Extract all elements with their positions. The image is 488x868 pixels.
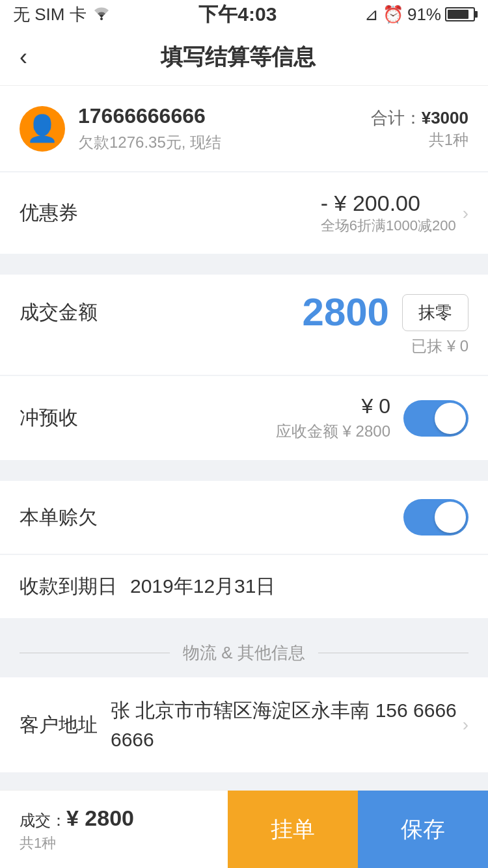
alarm-icon: ⏰: [383, 5, 403, 25]
prepay-label: 冲预收: [20, 405, 78, 431]
logistics-divider: 物流 & 其他信息: [0, 629, 488, 677]
customer-card: 👤 17666666666 欠款1276.35元, 现结 合计：¥3000 共1…: [0, 86, 488, 171]
credit-section: 本单赊欠: [0, 481, 488, 554]
round-btn[interactable]: 抹零: [402, 294, 468, 331]
status-right: ⊿ ⏰ 91%: [364, 5, 475, 25]
prepay-amount: ¥ 0: [276, 394, 390, 418]
section-divider-2: [0, 470, 488, 481]
prepay-toggle[interactable]: [403, 400, 468, 437]
bottom-deal-row: 成交：¥ 2800: [20, 806, 208, 831]
total-label: 合计：¥3000: [371, 107, 468, 129]
total-count: 共1种: [371, 129, 468, 150]
avatar-icon: 👤: [26, 113, 59, 144]
nav-bar: ‹ 填写结算等信息: [0, 29, 488, 86]
section-divider-1: [0, 264, 488, 275]
duedate-section: 收款到期日 2019年12月31日: [0, 555, 488, 618]
coupon-right: - ¥ 200.00 全场6折满1000减200 ›: [321, 191, 468, 236]
prepay-right: ¥ 0 应收金额 ¥ 2800: [276, 394, 468, 442]
customer-right: 合计：¥3000 共1种: [371, 107, 468, 150]
battery-icon: [445, 7, 475, 21]
prepay-sub: 应收金额 ¥ 2800: [276, 421, 390, 442]
credit-label: 本单赊欠: [20, 504, 98, 531]
no-sim-text: 无 SIM 卡: [13, 3, 87, 26]
hang-button[interactable]: 挂单: [228, 791, 358, 868]
bottom-bar: 成交：¥ 2800 共1种 挂单 保存: [0, 790, 488, 868]
svg-point-0: [100, 18, 103, 20]
customer-info: 17666666666 欠款1276.35元, 现结: [78, 104, 221, 153]
location-icon: ⊿: [364, 5, 379, 25]
nav-title: 填写结算等信息: [40, 42, 436, 72]
customer-left: 👤 17666666666 欠款1276.35元, 现结: [20, 104, 221, 153]
bottom-count: 共1种: [20, 834, 208, 853]
deal-amount-row: 成交金额 2800 抹零: [20, 293, 468, 332]
duedate-label: 收款到期日: [20, 573, 117, 600]
status-left: 无 SIM 卡: [13, 3, 111, 26]
credit-row: 本单赊欠: [20, 499, 468, 536]
toggle-knob: [435, 403, 466, 434]
deal-right: 2800 抹零: [303, 293, 468, 332]
deal-amount-value: 2800: [303, 293, 389, 332]
deal-sub-text: 已抹 ¥ 0: [20, 336, 468, 357]
bottom-deal-label: 成交：: [20, 811, 66, 829]
status-bar: 无 SIM 卡 下午4:03 ⊿ ⏰ 91%: [0, 0, 488, 29]
prepay-row: 冲预收 ¥ 0 应收金额 ¥ 2800: [20, 394, 468, 442]
deal-amount-label: 成交金额: [20, 299, 98, 326]
coupon-row[interactable]: 优惠券 - ¥ 200.00 全场6折满1000减200 ›: [0, 172, 488, 254]
battery-percent: 91%: [407, 5, 441, 25]
credit-toggle-knob: [435, 502, 466, 533]
prepay-section: 冲预收 ¥ 0 应收金额 ¥ 2800: [0, 376, 488, 460]
customer-debt: 欠款1276.35元, 现结: [78, 132, 221, 153]
duedate-value: 2019年12月31日: [130, 573, 275, 600]
address-label: 客户地址: [20, 712, 98, 739]
duedate-row: 收款到期日 2019年12月31日: [20, 573, 468, 600]
bottom-summary: 成交：¥ 2800 共1种: [0, 791, 228, 868]
credit-toggle[interactable]: [403, 499, 468, 536]
divider-line-left: [20, 653, 170, 653]
address-arrow-icon: ›: [463, 714, 468, 735]
coupon-discount: - ¥ 200.00: [321, 191, 456, 216]
status-time: 下午4:03: [198, 1, 277, 28]
coupon-label: 优惠券: [20, 200, 78, 226]
wifi-icon: [92, 5, 111, 25]
avatar: 👤: [20, 106, 65, 152]
divider-line-right: [318, 653, 468, 653]
prepay-amount-group: ¥ 0 应收金额 ¥ 2800: [276, 394, 390, 442]
customer-phone: 17666666666: [78, 104, 221, 128]
address-section[interactable]: 客户地址 张 北京市市辖区海淀区永丰南 156 6666 6666 ›: [0, 677, 488, 772]
coupon-desc: 全场6折满1000减200: [321, 216, 456, 236]
address-value: 张 北京市市辖区海淀区永丰南 156 6666 6666: [111, 696, 463, 754]
save-button[interactable]: 保存: [358, 791, 488, 868]
coupon-arrow-icon: ›: [463, 203, 468, 224]
back-button[interactable]: ‹: [20, 44, 40, 71]
bottom-deal-amount: ¥ 2800: [66, 806, 134, 830]
deal-amount-section: 成交金额 2800 抹零 已抹 ¥ 0: [0, 275, 488, 375]
logistics-section-label: 物流 & 其他信息: [170, 642, 318, 664]
